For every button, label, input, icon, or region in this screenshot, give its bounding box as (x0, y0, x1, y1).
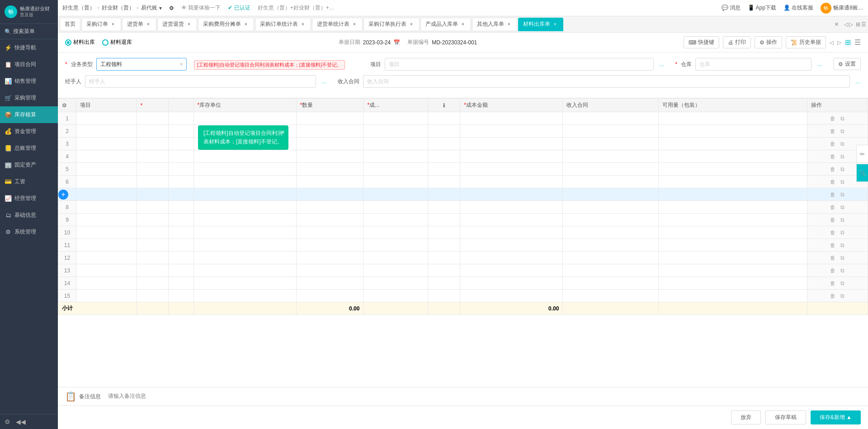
tab-finished-goods[interactable]: 产成品入库单 × (420, 18, 471, 31)
table-cell[interactable] (363, 201, 428, 214)
table-cell[interactable] (659, 150, 807, 163)
sidebar-item-salary[interactable]: 💳 工资 (0, 173, 58, 190)
sidebar-item-project[interactable]: 📋 项目合同 (0, 56, 58, 73)
topbar-user[interactable]: 畅 畅康通8账… (821, 3, 863, 14)
sidebar-item-finance[interactable]: 💰 资金管理 (0, 123, 58, 140)
table-cell[interactable] (428, 239, 460, 252)
tab-home[interactable]: 首页 (60, 18, 80, 31)
tab-close-incoming[interactable]: × (145, 21, 151, 28)
history-nav-prev[interactable]: ◁ (830, 39, 834, 46)
table-cell[interactable] (76, 252, 137, 264)
table-cell[interactable] (460, 150, 563, 163)
table-cell[interactable] (296, 125, 363, 138)
table-cell[interactable] (460, 239, 563, 252)
copy-row-icon[interactable]: ⧉ (839, 127, 847, 135)
tab-list-view[interactable]: ☰ (861, 21, 866, 28)
copy-row-icon[interactable]: ⧉ (839, 267, 847, 275)
table-cell[interactable] (563, 214, 659, 226)
table-cell[interactable] (363, 239, 428, 252)
table-cell[interactable] (460, 138, 563, 150)
sidebar-item-system[interactable]: ⚙ 系统管理 (0, 224, 58, 240)
sidebar-item-basic[interactable]: 🗂 基础信息 (0, 207, 58, 224)
copy-row-icon[interactable]: ⧉ (839, 241, 847, 249)
table-cell[interactable] (76, 150, 137, 163)
operations-btn[interactable]: ⚙ 操作 (755, 36, 782, 48)
table-cell[interactable] (296, 214, 363, 226)
table-cell[interactable] (193, 252, 296, 264)
table-cell[interactable] (563, 277, 659, 290)
income-contract-more-btn[interactable]: … (855, 78, 861, 85)
table-cell[interactable] (169, 264, 193, 277)
table-cell[interactable] (76, 277, 137, 290)
warehouse-more-btn[interactable]: … (817, 61, 822, 67)
table-cell[interactable] (460, 188, 563, 201)
table-cell[interactable] (137, 201, 169, 214)
table-cell[interactable] (193, 112, 296, 125)
table-cell[interactable] (169, 150, 193, 163)
handler-more-btn[interactable]: … (321, 78, 327, 85)
delete-row-icon[interactable]: 🗑 (829, 178, 837, 186)
sidebar-item-quicknav[interactable]: ⚡ 快捷导航 (0, 39, 58, 56)
save-draft-button[interactable]: 保存草稿 (765, 410, 806, 424)
table-cell[interactable] (460, 125, 563, 138)
sidebar-item-purchase[interactable]: 🛒 采购管理 (0, 90, 58, 106)
table-cell[interactable] (428, 252, 460, 264)
table-cell[interactable] (137, 138, 169, 150)
sidebar-search[interactable]: 🔍 搜索菜单 (0, 24, 58, 39)
radio-material-out[interactable]: 材料出库 (65, 38, 95, 46)
table-cell[interactable] (659, 214, 807, 226)
warehouse-input[interactable]: 仓库 (695, 58, 811, 71)
col-settings[interactable]: ⚙ (58, 99, 76, 112)
settings-icon[interactable]: ⚙ (5, 418, 10, 425)
tab-purchase-execution[interactable]: 采购订单执行表 × (363, 18, 420, 31)
table-cell[interactable] (193, 290, 296, 302)
table-cell[interactable] (363, 176, 428, 188)
sidebar-item-assets[interactable]: 🏢 固定资产 (0, 157, 58, 173)
copy-row-icon[interactable]: ⧉ (839, 153, 847, 161)
topbar-settings-icon[interactable]: ⚙ (169, 5, 174, 11)
table-cell[interactable] (296, 138, 363, 150)
table-cell[interactable] (76, 163, 137, 176)
link-good-finance[interactable]: 好业财（普） (102, 4, 134, 12)
table-cell[interactable] (137, 214, 169, 226)
table-cell[interactable] (76, 125, 137, 138)
table-cell[interactable] (460, 214, 563, 226)
copy-row-icon[interactable]: ⧉ (839, 279, 847, 287)
table-cell[interactable] (563, 201, 659, 214)
table-cell[interactable] (460, 201, 563, 214)
table-cell[interactable] (193, 277, 296, 290)
table-cell[interactable] (460, 176, 563, 188)
tab-close-purchase-execution[interactable]: × (408, 21, 415, 28)
table-cell[interactable] (193, 214, 296, 226)
table-cell[interactable] (193, 176, 296, 188)
message-btn[interactable]: 💬 消息 (722, 4, 741, 12)
delete-row-icon[interactable]: 🗑 (829, 140, 837, 148)
calendar-icon[interactable]: 📅 (393, 39, 400, 46)
tab-purchase-expenses[interactable]: 采购费用分摊单 × (198, 18, 254, 31)
table-cell[interactable] (296, 150, 363, 163)
table-cell[interactable] (169, 226, 193, 239)
tab-incoming-stats[interactable]: 进货单统计表 × (312, 18, 363, 31)
project-input[interactable]: 项目 (385, 58, 654, 71)
table-cell[interactable] (137, 226, 169, 239)
table-cell[interactable] (659, 163, 807, 176)
table-cell[interactable] (428, 163, 460, 176)
table-cell[interactable] (563, 138, 659, 150)
table-cell[interactable] (563, 252, 659, 264)
tab-close-incoming-return[interactable]: × (186, 21, 192, 28)
table-cell[interactable] (659, 201, 807, 214)
topbar-dropdown-icon[interactable]: ▾ (159, 5, 162, 11)
table-cell[interactable] (363, 138, 428, 150)
table-cell[interactable] (169, 188, 193, 201)
sidebar-item-accounting[interactable]: 📒 总账管理 (0, 140, 58, 157)
business-type-input[interactable]: 工程领料 ▾ (96, 58, 187, 71)
delete-row-icon[interactable]: 🗑 (829, 153, 837, 161)
table-cell[interactable] (137, 163, 169, 176)
copy-row-icon[interactable]: ⧉ (839, 216, 847, 224)
tab-close-incoming-stats[interactable]: × (351, 21, 358, 28)
tab-grid-view[interactable]: ⊞ (856, 21, 860, 28)
table-cell[interactable] (363, 226, 428, 239)
tab-close-purchase-expenses[interactable]: × (243, 21, 249, 28)
table-cell[interactable] (193, 188, 296, 201)
table-cell[interactable] (169, 125, 193, 138)
